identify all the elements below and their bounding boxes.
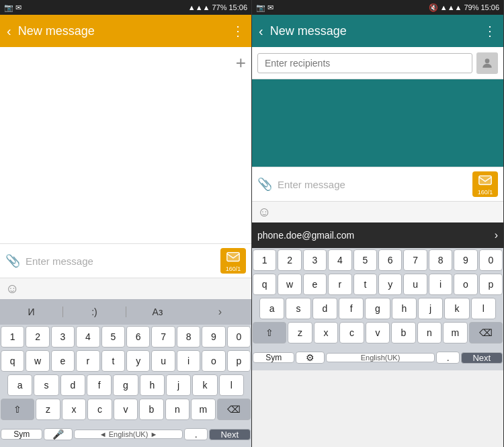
right-attach-icon[interactable]: 📎 [257, 177, 272, 192]
right-key-w[interactable]: w [278, 274, 301, 295]
right-shift-key[interactable]: ⇧ [253, 322, 286, 343]
right-key-m[interactable]: m [443, 322, 467, 343]
left-kb-mode-arrow[interactable]: › [189, 306, 251, 318]
left-key-f[interactable]: f [87, 374, 112, 396]
left-key-y[interactable]: y [126, 350, 150, 372]
right-key-i[interactable]: i [429, 274, 452, 295]
left-kb-latin[interactable]: Аз [126, 307, 189, 317]
left-send-button[interactable]: 160/1 [220, 248, 246, 274]
right-key-e[interactable]: e [303, 274, 327, 295]
right-key-n[interactable]: n [417, 322, 442, 343]
left-next-key[interactable]: Next [209, 429, 251, 440]
right-key-q[interactable]: q [253, 274, 276, 295]
left-key-m[interactable]: m [191, 399, 215, 420]
right-space-key[interactable]: English(UK) [326, 353, 435, 362]
right-key-4[interactable]: 4 [328, 249, 351, 271]
left-emoji-button[interactable]: ☺ [5, 281, 19, 296]
right-more-button[interactable]: ⋮ [483, 23, 497, 39]
right-key-p[interactable]: p [479, 274, 503, 295]
left-key-2[interactable]: 2 [26, 326, 49, 348]
right-next-key[interactable]: Next [461, 352, 503, 364]
right-key-9[interactable]: 9 [454, 249, 477, 271]
left-key-6[interactable]: 6 [126, 326, 150, 348]
right-key-f[interactable]: f [339, 298, 364, 319]
left-key-h[interactable]: h [140, 374, 165, 396]
right-key-b[interactable]: b [391, 322, 415, 343]
right-key-3[interactable]: 3 [303, 249, 327, 271]
left-backspace-key[interactable]: ⌫ [217, 399, 251, 420]
right-kb-suggestion-arrow[interactable]: › [495, 229, 498, 241]
right-key-c[interactable]: c [339, 322, 364, 343]
right-key-6[interactable]: 6 [378, 249, 402, 271]
left-key-r[interactable]: r [76, 350, 99, 372]
right-key-x[interactable]: x [314, 322, 338, 343]
left-key-4[interactable]: 4 [76, 326, 99, 348]
right-key-j[interactable]: j [418, 298, 443, 319]
left-key-c[interactable]: c [87, 399, 112, 420]
left-key-u[interactable]: u [151, 350, 175, 372]
right-key-r[interactable]: r [328, 274, 351, 295]
right-message-placeholder[interactable]: Enter message [278, 179, 472, 190]
right-key-s[interactable]: s [286, 298, 310, 319]
left-key-w[interactable]: w [26, 350, 49, 372]
left-kb-cyrillic[interactable]: И [0, 307, 62, 317]
right-key-a[interactable]: a [259, 298, 284, 319]
right-key-1[interactable]: 1 [253, 249, 276, 271]
left-key-z[interactable]: z [36, 399, 60, 420]
left-key-d[interactable]: d [60, 374, 85, 396]
right-backspace-key[interactable]: ⌫ [469, 322, 503, 343]
left-sym-key[interactable]: Sym [1, 429, 42, 440]
left-key-7[interactable]: 7 [151, 326, 175, 348]
right-key-0[interactable]: 0 [479, 249, 503, 271]
left-key-e[interactable]: e [51, 350, 75, 372]
left-key-5[interactable]: 5 [101, 326, 125, 348]
left-key-x[interactable]: x [62, 399, 86, 420]
left-attach-plus-button[interactable]: + [236, 52, 246, 73]
right-key-k[interactable]: k [444, 298, 469, 319]
left-shift-key[interactable]: ⇧ [1, 399, 34, 420]
left-key-p[interactable]: p [227, 350, 251, 372]
right-send-button[interactable]: 160/1 [472, 171, 498, 197]
left-key-v[interactable]: v [114, 399, 138, 420]
left-key-k[interactable]: k [192, 374, 217, 396]
left-message-placeholder[interactable]: Enter message [26, 255, 220, 267]
right-key-d[interactable]: d [312, 298, 337, 319]
left-more-button[interactable]: ⋮ [231, 23, 245, 39]
right-key-l[interactable]: l [471, 298, 496, 319]
left-key-i[interactable]: i [177, 350, 200, 372]
right-gear-key[interactable]: ⚙ [296, 352, 324, 364]
left-period-key[interactable]: . [184, 428, 207, 440]
left-key-9[interactable]: 9 [202, 326, 225, 348]
left-attach-icon[interactable]: 📎 [5, 253, 20, 268]
right-key-8[interactable]: 8 [429, 249, 452, 271]
left-key-3[interactable]: 3 [51, 326, 75, 348]
right-contact-icon-button[interactable] [476, 52, 498, 74]
right-key-2[interactable]: 2 [278, 249, 301, 271]
left-key-s[interactable]: s [34, 374, 58, 396]
left-key-q[interactable]: q [1, 350, 24, 372]
left-key-b[interactable]: b [139, 399, 163, 420]
left-back-button[interactable]: ‹ [7, 24, 11, 39]
left-key-g[interactable]: g [113, 374, 138, 396]
left-key-n[interactable]: n [165, 399, 190, 420]
left-kb-emoji-mode[interactable]: :) [62, 307, 126, 317]
right-key-5[interactable]: 5 [353, 249, 377, 271]
right-key-y[interactable]: y [378, 274, 402, 295]
right-key-u[interactable]: u [403, 274, 427, 295]
right-key-o[interactable]: o [454, 274, 477, 295]
left-space-key[interactable]: ◄ English(UK) ► [74, 430, 183, 439]
left-key-0[interactable]: 0 [227, 326, 251, 348]
right-back-button[interactable]: ‹ [259, 24, 263, 39]
left-key-t[interactable]: t [101, 350, 125, 372]
left-key-8[interactable]: 8 [177, 326, 200, 348]
left-key-1[interactable]: 1 [1, 326, 24, 348]
left-key-j[interactable]: j [166, 374, 191, 396]
right-key-7[interactable]: 7 [403, 249, 427, 271]
right-sym-key[interactable]: Sym [253, 352, 294, 363]
right-key-t[interactable]: t [353, 274, 377, 295]
right-key-v[interactable]: v [366, 322, 390, 343]
right-period-key[interactable]: . [436, 352, 459, 364]
left-key-o[interactable]: o [202, 350, 225, 372]
right-key-h[interactable]: h [392, 298, 417, 319]
left-mic-key[interactable]: 🎤 [44, 428, 72, 440]
